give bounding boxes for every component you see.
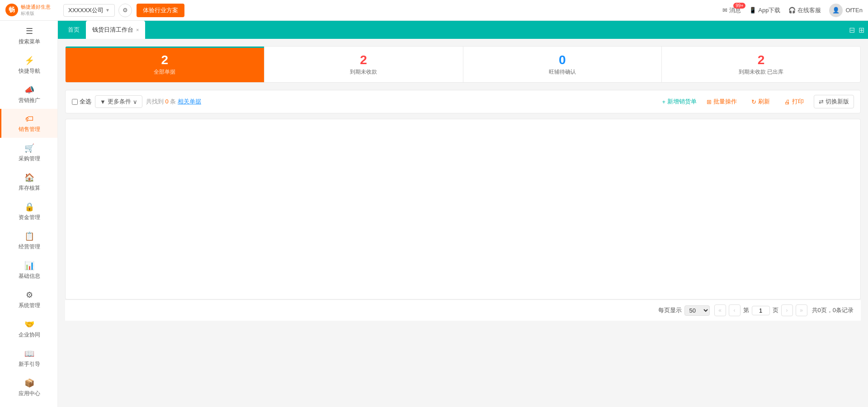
headset-icon: 🎧 bbox=[788, 7, 796, 14]
tab-minimize-button[interactable]: ⊟ bbox=[849, 26, 855, 34]
sidebar-item-search[interactable]: ☰ 搜索菜单 bbox=[0, 21, 57, 50]
stat-pending-num: 0 bbox=[472, 53, 653, 67]
print-button[interactable]: 🖨 打印 bbox=[780, 95, 808, 108]
app-download-label: App下载 bbox=[758, 6, 780, 14]
last-page-button[interactable]: » bbox=[796, 304, 807, 316]
tab-close-icon[interactable]: × bbox=[136, 27, 139, 33]
sidebar-item-basic[interactable]: 📊 基础信息 bbox=[0, 255, 57, 285]
top-header: 畅 畅捷通好生意 标准版 XXXXXX公司 ▼ ⚙ 体验行业方案 ✉ 消息 99… bbox=[0, 0, 868, 21]
sidebar-item-finance[interactable]: 🔒 资金管理 bbox=[0, 196, 57, 226]
total-info: 共0页，0条记录 bbox=[812, 306, 854, 314]
switch-icon: ⇄ bbox=[819, 98, 824, 105]
found-count: 0 bbox=[165, 98, 169, 105]
messages-item[interactable]: ✉ 消息 99+ bbox=[722, 6, 741, 14]
active-indicator bbox=[66, 47, 264, 48]
sidebar-item-inventory[interactable]: 🏠 库存核算 bbox=[0, 167, 57, 196]
sidebar-item-purchase[interactable]: 🛒 采购管理 bbox=[0, 138, 57, 167]
system-icon: ⚙ bbox=[26, 290, 33, 300]
finance-icon: 🔒 bbox=[24, 202, 34, 212]
message-icon: ✉ bbox=[722, 7, 727, 14]
print-icon: 🖨 bbox=[784, 98, 790, 105]
sidebar-item-marketing[interactable]: 📣 营销推广 bbox=[0, 80, 57, 109]
page-suffix: 页 bbox=[773, 306, 778, 314]
refresh-icon: ↻ bbox=[751, 98, 756, 105]
per-page-selector: 每页显示 50 100 200 bbox=[658, 305, 710, 316]
found-text: 共找到 0 条 相关单据 bbox=[146, 98, 201, 106]
stat-card-shipped[interactable]: 2 到期未收款 已出库 bbox=[662, 47, 860, 82]
sidebar-basic-label: 基础信息 bbox=[19, 272, 40, 280]
stat-overdue-num: 2 bbox=[274, 53, 454, 67]
batch-operation-button[interactable]: ⊞ 批量操作 bbox=[702, 95, 741, 108]
select-all-checkbox[interactable]: 全选 bbox=[72, 98, 91, 106]
sidebar-item-quicknav[interactable]: ⚡ 快捷导航 bbox=[0, 50, 57, 80]
tab-work-station[interactable]: 钱货日清工作台 × bbox=[86, 21, 145, 39]
settings-button[interactable]: ⚙ bbox=[118, 4, 132, 17]
app-download-icon: 📱 bbox=[749, 7, 756, 14]
sidebar-quicknav-label: 快捷导航 bbox=[19, 67, 40, 75]
page-navigation: « ‹ 第 页 › » bbox=[714, 304, 807, 316]
refresh-label: 刷新 bbox=[758, 98, 770, 106]
print-label: 打印 bbox=[792, 98, 804, 106]
add-icon: + bbox=[662, 98, 665, 105]
sidebar-guide-label: 新手引导 bbox=[19, 360, 40, 368]
online-service-item[interactable]: 🎧 在线客服 bbox=[788, 6, 821, 14]
apps-icon: 📦 bbox=[24, 378, 34, 388]
tab-home[interactable]: 首页 bbox=[61, 21, 86, 39]
online-service-label: 在线客服 bbox=[797, 6, 821, 14]
sidebar-item-wechat[interactable]: 💬 企业微信 bbox=[0, 402, 57, 407]
company-selector[interactable]: XXXXXX公司 ▼ bbox=[63, 4, 115, 17]
prev-page-button[interactable]: ‹ bbox=[729, 304, 741, 316]
trial-button[interactable]: 体验行业方案 bbox=[137, 4, 184, 17]
header-right: ✉ 消息 99+ 📱 App下载 🎧 在线客服 👤 OfTEn bbox=[722, 4, 863, 17]
more-filter-label: 更多条件 bbox=[108, 98, 131, 106]
sidebar-item-collab[interactable]: 🤝 企业协同 bbox=[0, 314, 57, 343]
tab-maximize-button[interactable]: ⊞ bbox=[859, 26, 864, 34]
sidebar-marketing-label: 营销推广 bbox=[19, 97, 40, 104]
page-content: 2 全部单据 2 到期未收款 0 旺辅待确认 2 到期未收款 已出库 全选 bbox=[58, 39, 868, 407]
basic-icon: 📊 bbox=[24, 261, 34, 271]
refresh-button[interactable]: ↻ 刷新 bbox=[747, 95, 774, 108]
add-order-button[interactable]: + 新增销货单 bbox=[662, 95, 697, 108]
user-avatar-area[interactable]: 👤 OfTEn bbox=[829, 4, 863, 17]
per-page-select[interactable]: 50 100 200 bbox=[684, 305, 710, 316]
page-label: 第 bbox=[743, 306, 749, 314]
inventory-icon: 🏠 bbox=[24, 173, 34, 182]
sidebar-item-sales[interactable]: 🏷 销售管理 bbox=[0, 109, 57, 138]
filter-icon: ▼ bbox=[100, 98, 106, 105]
toolbar-right: + 新增销货单 ⊞ 批量操作 ↻ 刷新 🖨 打印 ⇄ 切换新版 bbox=[662, 95, 854, 108]
first-page-button[interactable]: « bbox=[714, 304, 726, 316]
logo-text: 畅捷通好生意 bbox=[21, 4, 51, 10]
stat-shipped-label: 到期未收款 已出库 bbox=[671, 68, 851, 76]
messages-badge: 99+ bbox=[733, 3, 745, 9]
more-filter-button[interactable]: ▼ 更多条件 ∨ bbox=[95, 95, 142, 108]
sidebar-item-apps[interactable]: 📦 应用中心 bbox=[0, 373, 57, 402]
guide-icon: 📖 bbox=[24, 349, 34, 359]
stat-card-overdue[interactable]: 2 到期未收款 bbox=[264, 47, 463, 82]
switch-version-button[interactable]: ⇄ 切换新版 bbox=[814, 95, 854, 108]
add-order-label: 新增销货单 bbox=[667, 98, 697, 106]
toolbar-left: 全选 ▼ 更多条件 ∨ 共找到 0 条 相关单据 bbox=[72, 95, 657, 108]
sidebar-search-label: 搜索菜单 bbox=[19, 38, 40, 46]
next-page-button[interactable]: › bbox=[781, 304, 793, 316]
app-download-item[interactable]: 📱 App下载 bbox=[749, 6, 780, 14]
sidebar-inventory-label: 库存核算 bbox=[19, 184, 40, 192]
stats-row: 2 全部单据 2 到期未收款 0 旺辅待确认 2 到期未收款 已出库 bbox=[65, 46, 861, 83]
sidebar-system-label: 系统管理 bbox=[19, 302, 40, 309]
related-orders-link[interactable]: 相关单据 bbox=[178, 98, 201, 105]
sidebar-item-system[interactable]: ⚙ 系统管理 bbox=[0, 285, 57, 314]
marketing-icon: 📣 bbox=[24, 85, 34, 95]
pagination-bar: 每页显示 50 100 200 « ‹ 第 页 › » 共0页，0条记录 bbox=[65, 299, 861, 321]
select-all-label: 全选 bbox=[80, 98, 91, 106]
page-number-input[interactable] bbox=[752, 306, 770, 315]
sidebar-sales-label: 销售管理 bbox=[19, 126, 40, 133]
select-all-input[interactable] bbox=[72, 99, 78, 105]
filter-chevron: ∨ bbox=[133, 98, 137, 105]
sidebar-item-operation[interactable]: 📋 经营管理 bbox=[0, 226, 57, 255]
tab-spacer: ⊟ ⊞ bbox=[849, 26, 864, 34]
sidebar-item-guide[interactable]: 📖 新手引导 bbox=[0, 343, 57, 373]
stat-pending-label: 旺辅待确认 bbox=[472, 68, 653, 76]
stat-overdue-label: 到期未收款 bbox=[274, 68, 454, 76]
stat-card-pending[interactable]: 0 旺辅待确认 bbox=[463, 47, 662, 82]
stat-card-all[interactable]: 2 全部单据 bbox=[66, 47, 264, 82]
tab-bar: 首页 钱货日清工作台 × ⊟ ⊞ bbox=[58, 21, 868, 39]
